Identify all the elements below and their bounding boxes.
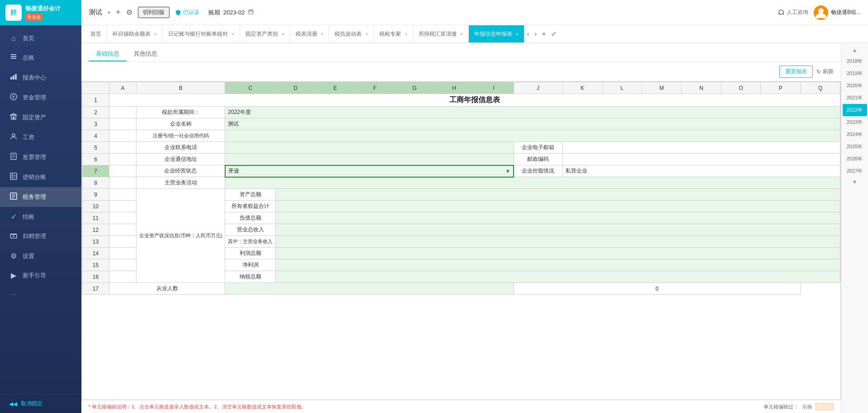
sidebar-item-settings[interactable]: ⚙ 设置: [0, 246, 81, 266]
year-panel-up-button[interactable]: ▲: [850, 45, 859, 55]
reset-report-button[interactable]: 重置报表: [779, 66, 813, 78]
add-tab-button[interactable]: +: [116, 8, 121, 17]
tab-close-icon[interactable]: ×: [154, 32, 157, 37]
tab-close-icon[interactable]: ×: [460, 32, 463, 37]
col-header-b[interactable]: B: [137, 82, 225, 94]
col-header-k[interactable]: K: [562, 82, 602, 94]
tab-fixed-asset-category[interactable]: 固定资产类别 ×: [240, 25, 290, 43]
phone-value[interactable]: [225, 142, 514, 154]
main-revenue-value[interactable]: [276, 236, 840, 248]
subtab-basic-info[interactable]: 基础信息: [89, 47, 127, 61]
col-header-h[interactable]: H: [434, 82, 474, 94]
col-header-o[interactable]: O: [721, 82, 761, 94]
sidebar-item-general-ledger[interactable]: 总账: [0, 48, 81, 68]
col-header-g[interactable]: G: [395, 82, 434, 94]
dropdown-arrow-icon[interactable]: ▾: [108, 9, 110, 16]
total-revenue-value[interactable]: [276, 224, 840, 236]
tab-close-icon[interactable]: ×: [365, 32, 368, 37]
sidebar-item-home[interactable]: ⌂ 首页: [0, 29, 81, 48]
col-header-q[interactable]: Q: [801, 82, 840, 94]
year-2021[interactable]: 2021年: [843, 92, 867, 104]
tab-home[interactable]: 首页: [85, 25, 107, 43]
sidebar-item-archive[interactable]: 归档管理: [0, 226, 81, 246]
year-panel-down-button[interactable]: ▼: [850, 177, 859, 187]
tab-bank-reconciliation[interactable]: 日记账与银行对账单核对 ×: [163, 25, 240, 43]
year-2019[interactable]: 2019年: [843, 67, 867, 80]
total-assets-value[interactable]: [276, 189, 840, 201]
service-button[interactable]: 人工咨询: [778, 9, 808, 16]
employee-count-num[interactable]: 0: [514, 283, 800, 295]
main-biz-value[interactable]: [225, 177, 840, 189]
year-2020[interactable]: 2020年: [843, 80, 867, 92]
tab-close-icon[interactable]: ×: [516, 32, 519, 37]
col-header-j[interactable]: J: [514, 82, 562, 94]
col-header-f[interactable]: F: [355, 82, 395, 94]
employee-count-value[interactable]: [225, 283, 514, 295]
col-header-l[interactable]: L: [602, 82, 642, 94]
postal-code-value[interactable]: [562, 154, 840, 165]
col-header-n[interactable]: N: [681, 82, 721, 94]
total-liabilities-value[interactable]: [276, 212, 840, 224]
spreadsheet-wrapper[interactable]: A B C D E F G H I J K L M: [81, 81, 841, 400]
tab-tax-expert[interactable]: 税检专家 ×: [374, 25, 413, 43]
holding-status-value[interactable]: 私营企业: [562, 165, 840, 177]
col-header-p[interactable]: P: [761, 82, 801, 94]
col-header-c[interactable]: C: [225, 82, 276, 94]
unpin-button[interactable]: ◀◀ 取消固定: [0, 394, 81, 413]
tab-tax-schedule[interactable]: 税表清册 ×: [290, 25, 330, 43]
svg-marker-10: [10, 113, 17, 115]
tab-prev-button[interactable]: ‹: [524, 30, 532, 38]
col-header-m[interactable]: M: [642, 82, 682, 94]
sidebar-item-funds[interactable]: ¥ 资金管理: [0, 88, 81, 108]
year-2026[interactable]: 2026年: [843, 153, 867, 165]
year-2023[interactable]: 2023年: [843, 116, 867, 128]
col-header-d[interactable]: D: [276, 82, 316, 94]
sidebar-item-fixed-assets[interactable]: 固定资产: [0, 108, 81, 127]
sidebar-item-close-books[interactable]: ✓ 结账: [0, 207, 81, 226]
tab-close-icon[interactable]: ×: [282, 32, 284, 37]
tab-income-tax[interactable]: 所得税汇算清缴 ×: [413, 25, 469, 43]
sidebar-item-more[interactable]: ···: [0, 285, 81, 304]
tab-next-button[interactable]: ›: [532, 30, 539, 38]
year-2018[interactable]: 2018年: [843, 55, 867, 67]
col-header-i[interactable]: I: [474, 82, 514, 94]
tab-tax-fluctuation[interactable]: 税负波动表 ×: [329, 25, 374, 43]
company-name-value[interactable]: 测试: [225, 118, 840, 130]
email-value[interactable]: [562, 142, 840, 154]
subtab-other-info[interactable]: 其他信息: [127, 47, 165, 61]
refresh-button[interactable]: ↻ 刷新: [816, 68, 834, 75]
sidebar-item-invoice[interactable]: 发票管理: [0, 147, 81, 167]
year-2027[interactable]: 2027年: [843, 165, 867, 177]
sidebar-item-tax[interactable]: 税务管理: [0, 187, 81, 207]
sidebar-item-guide[interactable]: ▶ 新手引导: [0, 266, 81, 285]
equity-value[interactable]: [276, 201, 840, 212]
year-2024[interactable]: 2024年: [843, 128, 867, 141]
tab-auxiliary-balance[interactable]: 科目辅助余额表 ×: [107, 25, 163, 43]
building-icon: [9, 113, 18, 122]
sidebar-item-purchase-sales[interactable]: 进销台账: [0, 167, 81, 187]
tab-annual-report[interactable]: 年报信息申报表 ×: [469, 25, 524, 43]
tab-close-icon[interactable]: ×: [231, 32, 234, 37]
col-header-a[interactable]: A: [109, 82, 137, 94]
year-2025[interactable]: 2025年: [843, 141, 867, 153]
total-tax-value[interactable]: [276, 271, 840, 283]
sheet-title-cell[interactable]: 工商年报信息表: [109, 94, 840, 107]
dropdown-arrow-icon[interactable]: ▼: [505, 168, 510, 174]
address-value[interactable]: [225, 154, 514, 165]
sidebar-item-payroll[interactable]: 工资: [0, 127, 81, 147]
tax-period-value[interactable]: 2022年度: [225, 107, 840, 118]
settings-icon[interactable]: ⚙: [126, 8, 132, 17]
year-2022[interactable]: 2022年: [843, 104, 867, 116]
biz-status-dropdown-cell[interactable]: 开业 ▼: [225, 165, 514, 177]
tab-close-icon[interactable]: ×: [405, 32, 407, 37]
calendar-icon[interactable]: [248, 9, 254, 14]
reg-no-value[interactable]: [225, 130, 840, 142]
tab-close-all-button[interactable]: ×: [539, 30, 548, 38]
net-profit-value[interactable]: [276, 259, 840, 271]
sidebar-item-reports[interactable]: 报表中心: [0, 68, 81, 88]
tab-close-icon[interactable]: ×: [321, 32, 324, 37]
tab-expand-button[interactable]: ⤢: [548, 30, 559, 38]
old-version-button[interactable]: 切到旧版: [138, 7, 170, 18]
col-header-e[interactable]: E: [316, 82, 355, 94]
total-profit-value[interactable]: [276, 248, 840, 259]
